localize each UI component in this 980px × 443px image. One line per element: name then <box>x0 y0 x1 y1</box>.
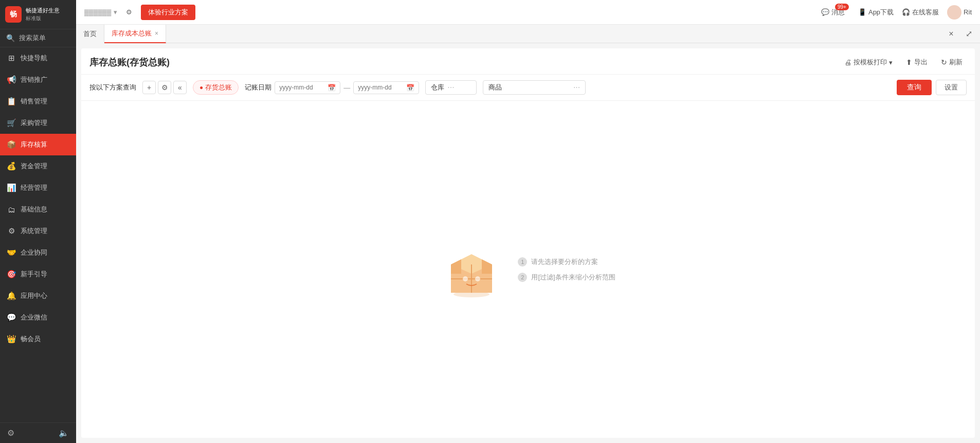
page-title: 库存总账(存货总账) <box>89 56 170 68</box>
breadcrumb-chevron[interactable]: ▾ <box>114 8 117 16</box>
header-settings-button[interactable]: ⚙ <box>121 5 137 20</box>
user-name: Rit <box>964 8 972 16</box>
sidebar-logo: 畅 畅捷通好生意 标准版 <box>0 0 76 29</box>
sidebar-nav: ⊞ 快捷导航 📢 营销推广 📋 销售管理 🛒 采购管理 📦 库存核算 💰 资金管… <box>0 47 76 422</box>
product-more-icon[interactable]: ··· <box>573 83 580 92</box>
empty-step-1: 1 请先选择要分析的方案 <box>518 257 615 267</box>
sidebar-search[interactable]: 🔍 搜索菜单 <box>0 29 76 47</box>
query-button[interactable]: 查询 <box>897 80 932 95</box>
sidebar-item-system[interactable]: ⚙ 系统管理 <box>0 220 76 242</box>
appstore-icon: 🔔 <box>6 291 16 301</box>
settings-bottom-icon[interactable]: ⚙ <box>7 428 14 438</box>
inventory-icon: 📦 <box>6 139 16 150</box>
sidebar-item-appstore[interactable]: 🔔 应用中心 <box>0 285 76 307</box>
sidebar-item-inventory[interactable]: 📦 库存核算 <box>0 134 76 155</box>
empty-state: 1 请先选择要分析的方案 2 用[过滤]条件来缩小分析范围 <box>81 101 975 438</box>
filter-bar: 按以下方案查询 + ⚙ « ● 存货总账 记账日期 📅 <box>81 75 975 101</box>
sales-icon: 📋 <box>6 96 16 107</box>
app-download-button[interactable]: 📱 App下载 <box>858 8 894 17</box>
filter-settings-btn[interactable]: 设置 <box>936 80 967 95</box>
sidebar-bottom: ⚙ 🔈 <box>0 422 76 443</box>
calendar-end-icon: 📅 <box>406 84 414 92</box>
sidebar-item-purchase[interactable]: 🛒 采购管理 <box>0 112 76 134</box>
refresh-button[interactable]: ↻ 刷新 <box>937 56 967 69</box>
marketing-icon: 📢 <box>6 75 16 85</box>
sidebar-item-shortcut[interactable]: ⊞ 快捷导航 <box>0 47 76 69</box>
filter-collapse-button[interactable]: « <box>173 81 187 94</box>
sidebar-item-basic[interactable]: 🗂 基础信息 <box>0 199 76 220</box>
finance-icon: 💰 <box>6 161 16 171</box>
phone-icon: 📱 <box>858 8 866 16</box>
sidebar-item-finance[interactable]: 💰 资金管理 <box>0 155 76 177</box>
user-avatar-area[interactable]: Rit <box>947 5 972 20</box>
warehouse-more-icon[interactable]: ··· <box>447 83 454 92</box>
page-card: 库存总账(存货总账) 🖨 按模板打印 ▾ ⬆ 导出 ↻ 刷新 <box>81 48 975 438</box>
sidebar-item-wechat[interactable]: 💬 企业微信 <box>0 307 76 328</box>
step-2-num: 2 <box>518 273 527 282</box>
page-header-actions: 🖨 按模板打印 ▾ ⬆ 导出 ↻ 刷新 <box>840 56 967 69</box>
message-icon: 💬 <box>821 8 829 16</box>
sidebar-item-enterprise[interactable]: 🤝 企业协同 <box>0 242 76 263</box>
date-end-input[interactable]: 📅 <box>353 81 419 94</box>
tab-home[interactable]: 首页 <box>76 25 104 43</box>
filter-settings-button[interactable]: ⚙ <box>158 81 171 94</box>
filter-label: 按以下方案查询 <box>89 83 136 92</box>
sidebar-item-member[interactable]: 👑 畅会员 <box>0 328 76 350</box>
app-logo-text: 畅捷通好生意 标准版 <box>26 7 60 22</box>
scheme-label: 存货总账 <box>205 83 232 92</box>
app-logo-icon: 畅 <box>5 6 22 23</box>
sidebar-item-marketing[interactable]: 📢 营销推广 <box>0 69 76 91</box>
top-header-left: ▓▓▓▓▓▓ ▾ ⚙ 体验行业方案 <box>84 5 195 20</box>
page-header: 库存总账(存货总账) 🖨 按模板打印 ▾ ⬆ 导出 ↻ 刷新 <box>81 48 975 75</box>
empty-text: 1 请先选择要分析的方案 2 用[过滤]条件来缩小分析范围 <box>518 257 615 282</box>
product-select[interactable]: 商品 ··· <box>483 80 586 95</box>
filter-add-button[interactable]: + <box>142 81 156 94</box>
main-content: ▓▓▓▓▓▓ ▾ ⚙ 体验行业方案 💬 消息 99+ 📱 App下载 🎧 在线客… <box>76 0 980 443</box>
print-button[interactable]: 🖨 按模板打印 ▾ <box>840 56 897 69</box>
speaker-icon[interactable]: 🔈 <box>59 428 69 438</box>
headset-icon: 🎧 <box>902 8 910 16</box>
tab-close-icon[interactable]: × <box>155 30 158 37</box>
date-end-field[interactable] <box>358 84 404 91</box>
purchase-icon: 🛒 <box>6 118 16 128</box>
sidebar: 畅 畅捷通好生意 标准版 🔍 搜索菜单 ⊞ 快捷导航 📢 营销推广 📋 销售管理… <box>0 0 76 443</box>
tab-inventory-ledger[interactable]: 库存成本总账 × <box>104 25 166 43</box>
user-avatar <box>947 5 961 20</box>
online-service-button[interactable]: 🎧 在线客服 <box>902 8 939 17</box>
top-header-right: 💬 消息 99+ 📱 App下载 🎧 在线客服 Rit <box>821 5 972 20</box>
scheme-tag[interactable]: ● 存货总账 <box>193 80 239 95</box>
empty-step-1-text: 请先选择要分析的方案 <box>531 257 598 267</box>
tab-close-button[interactable]: × <box>944 27 958 41</box>
industry-solution-button[interactable]: 体验行业方案 <box>141 5 195 20</box>
date-range-label: 记账日期 <box>245 83 271 92</box>
filter-right-buttons: 查询 设置 <box>897 80 967 95</box>
enterprise-icon: 🤝 <box>6 247 16 258</box>
empty-step-2-text: 用[过滤]条件来缩小分析范围 <box>531 273 615 282</box>
tab-bar-right: × ⤢ <box>944 27 980 41</box>
date-dash: — <box>343 84 350 92</box>
guide-icon: 🎯 <box>6 269 16 279</box>
print-icon: 🖨 <box>844 58 851 66</box>
svg-point-8 <box>463 276 468 281</box>
sidebar-item-operation[interactable]: 📊 经营管理 <box>0 177 76 199</box>
warehouse-label: 仓库 <box>431 83 444 92</box>
warehouse-select[interactable]: 仓库 ··· <box>425 80 477 95</box>
wechat-icon: 💬 <box>6 312 16 323</box>
system-icon: ⚙ <box>6 226 16 236</box>
sidebar-item-guide[interactable]: 🎯 新手引导 <box>0 263 76 285</box>
export-button[interactable]: ⬆ 导出 <box>902 56 932 69</box>
export-icon: ⬆ <box>906 58 912 66</box>
top-header: ▓▓▓▓▓▓ ▾ ⚙ 体验行业方案 💬 消息 99+ 📱 App下载 🎧 在线客… <box>76 0 980 25</box>
breadcrumb: ▓▓▓▓▓▓ ▾ <box>84 8 117 16</box>
search-icon: 🔍 <box>6 34 15 42</box>
date-start-field[interactable] <box>279 84 325 91</box>
filter-actions: + ⚙ « <box>142 81 187 94</box>
message-button[interactable]: 💬 消息 99+ <box>821 8 845 17</box>
date-start-input[interactable]: 📅 <box>275 81 340 94</box>
sidebar-item-sales[interactable]: 📋 销售管理 <box>0 91 76 112</box>
calendar-start-icon: 📅 <box>328 84 336 92</box>
tab-expand-button[interactable]: ⤢ <box>961 27 976 41</box>
print-chevron: ▾ <box>889 59 893 66</box>
gear-icon: ⚙ <box>126 8 132 16</box>
breadcrumb-path: ▓▓▓▓▓▓ <box>84 9 112 16</box>
